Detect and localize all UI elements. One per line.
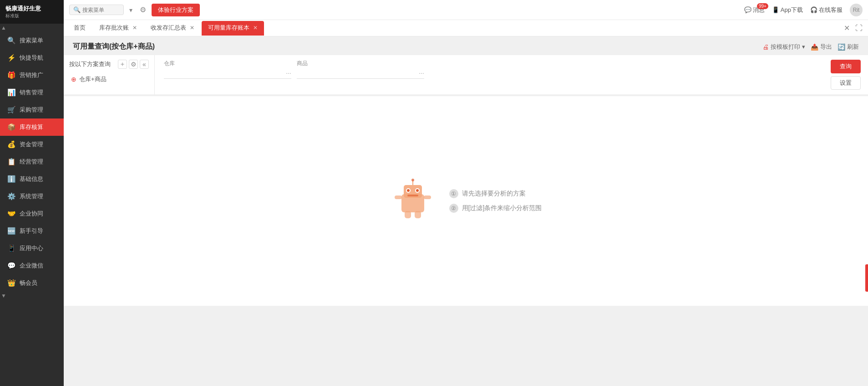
svg-rect-9 [405,211,411,218]
svg-rect-8 [424,196,431,199]
sidebar-item-label: 应用中心 [20,244,43,252]
expand-tab-button[interactable]: ⛶ [853,23,864,33]
sidebar-item-label: 营销推广 [20,71,43,79]
new-guide-icon: 🆕 [7,227,16,235]
goods-input[interactable] [297,70,417,77]
right-actions: 查询 设置 [823,55,868,94]
config-scheme-icon[interactable]: ⚙ [129,60,138,69]
sidebar-item-label: 系统管理 [20,192,43,201]
sidebar-item-label: 新手引导 [20,227,43,235]
tab-available-ledger-close[interactable]: ✕ [253,25,258,31]
industry-solution-button[interactable]: 体验行业方案 [152,4,200,16]
sidebar-item-label: 搜索菜单 [20,36,43,45]
page-header-actions: 🖨 按模板打印 ▾ 📤 导出 🔄 刷新 [762,43,859,51]
print-label: 按模板打印 [771,43,800,51]
sidebar-item-basic-info[interactable]: ℹ️ 基础信息 [0,170,64,188]
tab-receipt-summary-close[interactable]: ✕ [190,25,194,31]
tabs-right-actions: ✕ ⛶ [842,23,864,33]
refresh-label: 刷新 [847,43,859,51]
page-title: 可用量查询(按仓库+商品) [73,42,155,51]
sidebar-item-system[interactable]: ⚙️ 系统管理 [0,188,64,205]
marketing-icon: 🎁 [7,71,16,79]
enterprise-collab-icon: 🤝 [7,210,16,218]
scheme-panel-actions: ＋ ⚙ « [118,60,149,69]
search-box[interactable]: 🔍 [69,5,124,15]
sales-icon: 📊 [7,88,16,97]
export-button[interactable]: 📤 导出 [811,43,832,51]
warehouse-more-icon[interactable]: ··· [286,69,291,77]
sidebar-item-sales[interactable]: 📊 销售管理 [0,84,64,101]
sidebar-item-marketing[interactable]: 🎁 营销推广 [0,67,64,84]
sidebar-item-enterprise-wechat[interactable]: 💬 企业微信 [0,257,64,274]
right-edge-indicator [865,264,868,292]
sidebar-item-label: 基础信息 [20,175,43,183]
print-icon: 🖨 [762,43,769,51]
svg-rect-10 [415,211,421,218]
sidebar-item-new-guide[interactable]: 🆕 新手引导 [0,222,64,240]
close-tab-button[interactable]: ✕ [842,23,852,33]
add-scheme-icon[interactable]: ＋ [118,60,127,69]
app-version: 标准版 [5,13,19,19]
svg-point-5 [416,189,419,192]
settings-button[interactable]: 设置 [831,76,861,90]
tab-batch-ledger-label: 库存批次账 [99,24,129,32]
sidebar-item-app-center[interactable]: 📱 应用中心 [0,240,64,257]
finance-icon: 💰 [7,140,16,149]
search-input[interactable] [82,7,119,13]
collapse-panel-icon[interactable]: « [140,60,149,69]
tip-text-2: 用[过滤]条件来缩小分析范围 [462,204,542,212]
settings-gear-icon[interactable]: ⚙ [138,4,148,16]
tab-available-ledger[interactable]: 可用量库存账本 ✕ [202,21,264,36]
warehouse-input-wrap: ··· [164,69,291,79]
online-service-label: 在线客服 [819,6,843,14]
sidebar: 畅康通好生意 标准版 ▲ 🔍 搜索菜单 ⚡ 快捷导航 🎁 营销推广 📊 销售管理… [0,0,64,386]
scroll-down-arrow[interactable]: ▼ [0,292,64,300]
sidebar-item-enterprise-collab[interactable]: 🤝 企业协同 [0,205,64,222]
tab-home[interactable]: 首页 [67,21,92,36]
enterprise-wechat-icon: 💬 [7,262,16,270]
goods-more-icon[interactable]: ··· [419,69,424,77]
app-download-area[interactable]: 📱 App下载 [772,6,803,14]
robot-illustration [390,178,436,224]
scroll-up-arrow[interactable]: ▲ [0,24,64,32]
print-template-button[interactable]: 🖨 按模板打印 ▾ [762,43,805,51]
query-button[interactable]: 查询 [831,60,861,73]
scheme-panel-label: 按以下方案查询 [69,60,111,68]
user-avatar[interactable]: Rit [850,4,863,16]
online-service-area[interactable]: 🎧 在线客服 [810,6,843,14]
tab-receipt-summary[interactable]: 收发存汇总表 ✕ [144,21,201,36]
empty-tips: ① 请先选择要分析的方案 ② 用[过滤]条件来缩小分析范围 [449,189,542,213]
app-name: 畅康通好生意 [5,5,41,13]
sidebar-item-label: 企业微信 [20,262,43,270]
tab-batch-ledger-close[interactable]: ✕ [132,25,137,31]
tab-home-label: 首页 [74,24,86,32]
sidebar-item-vip[interactable]: 👑 畅会员 [0,274,64,292]
query-area: 按以下方案查询 ＋ ⚙ « ⊕ 仓库+商品 仓库 [64,55,868,94]
warehouse-label: 仓库 [164,60,291,67]
scheme-item-warehouse-goods[interactable]: ⊕ 仓库+商品 [64,72,154,86]
svg-rect-7 [395,196,402,199]
refresh-button[interactable]: 🔄 刷新 [838,43,859,51]
tab-batch-ledger[interactable]: 库存批次账 ✕ [93,21,143,36]
sidebar-item-label: 采购管理 [20,106,43,114]
operations-icon: 📋 [7,158,16,166]
warehouse-input[interactable] [164,70,284,77]
sidebar-item-label: 资金管理 [20,140,43,149]
basic-info-icon: ℹ️ [7,175,16,183]
sidebar-item-finance[interactable]: 💰 资金管理 [0,136,64,153]
shortcut-nav-icon: ⚡ [7,54,16,62]
sidebar-item-label: 畅会员 [20,279,37,287]
sidebar-item-shortcut-nav[interactable]: ⚡ 快捷导航 [0,49,64,67]
sidebar-item-operations[interactable]: 📋 经营管理 [0,153,64,170]
topbar: 🔍 ▾ ⚙ 体验行业方案 💬 消息 99+ 📱 App下载 🎧 在线客服 Rit [64,0,868,20]
svg-rect-6 [407,195,418,196]
sidebar-item-inventory[interactable]: 📦 库存核算 [0,118,64,136]
sidebar-item-search-menu[interactable]: 🔍 搜索菜单 [0,32,64,49]
tip-num-2: ② [449,204,458,213]
sidebar-item-purchase[interactable]: 🛒 采购管理 [0,101,64,118]
scheme-panel: 按以下方案查询 ＋ ⚙ « ⊕ 仓库+商品 [64,55,155,94]
dropdown-btn[interactable]: ▾ [127,5,134,15]
empty-state-content: ① 请先选择要分析的方案 ② 用[过滤]条件来缩小分析范围 [390,178,542,224]
print-dropdown-icon: ▾ [802,43,805,50]
notification-area[interactable]: 💬 消息 99+ [744,6,765,14]
